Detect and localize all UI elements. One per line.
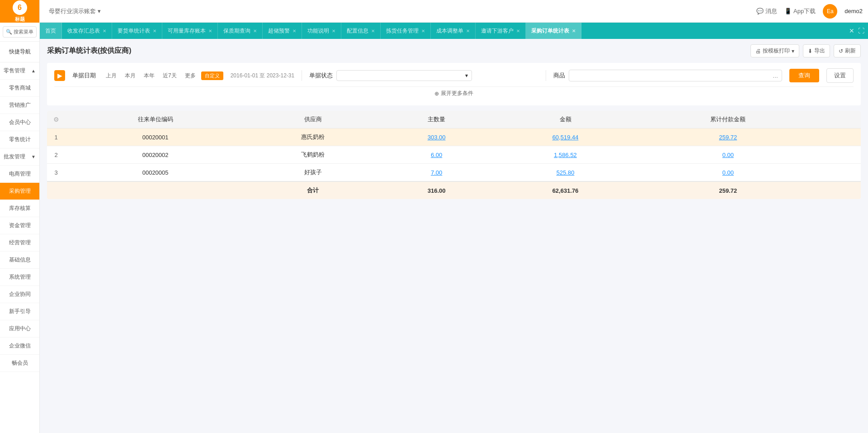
sidebar-item-inventory[interactable]: 库存核算 — [0, 200, 39, 217]
quick-nav-button[interactable]: 快捷导航 — [3, 45, 37, 58]
row-2-amount[interactable]: 1,586.52 — [493, 146, 637, 164]
tab-receive-summary-close[interactable]: ✕ — [103, 29, 106, 33]
filter-toggle-button[interactable]: ▶ — [54, 70, 65, 81]
filter-divider-1 — [302, 70, 302, 81]
date-shortcut-more[interactable]: 更多 — [182, 71, 198, 81]
tab-receive-summary[interactable]: 收发存汇总表 ✕ — [62, 23, 112, 39]
date-range-text: 2016-01-01 至 2023-12-31 — [231, 72, 294, 80]
expand-more-button[interactable]: ⊕ 展开更多条件 — [54, 86, 854, 100]
sidebar-item-purchase[interactable]: 采购管理 — [0, 183, 39, 200]
tab-close-all-button[interactable]: ✕ — [849, 27, 854, 34]
row-2-num: 2 — [47, 146, 65, 164]
settings-button[interactable]: 设置 — [826, 68, 854, 83]
sidebar-item-retail-shop[interactable]: 零售商城 — [0, 80, 39, 97]
account-dropdown[interactable]: 母婴行业演示账套 ▾ — [45, 5, 104, 17]
footer-paid: 259.72 — [638, 181, 818, 199]
tab-expiry-query-label: 保质期查询 — [223, 27, 250, 35]
sidebar-item-wechat[interactable]: 企业微信 — [0, 338, 39, 355]
sidebar-item-marketing[interactable]: 营销推广 — [0, 97, 39, 114]
tab-picking-task-close[interactable]: ✕ — [421, 29, 425, 33]
sidebar-item-finance[interactable]: 资金管理 — [0, 217, 39, 234]
row-2-qty[interactable]: 6.00 — [380, 146, 493, 164]
sidebar-item-retail[interactable]: 零售管理 ▲ — [0, 62, 39, 80]
custom-date-badge[interactable]: 自定义 — [201, 71, 223, 80]
tab-overstock-alert-close[interactable]: ✕ — [292, 29, 296, 33]
row-1-qty[interactable]: 303.00 — [380, 128, 493, 146]
date-from: 2016-01-01 — [231, 72, 258, 79]
date-shortcut-this-month[interactable]: 本月 — [122, 71, 138, 81]
expand-icon: ⊕ — [434, 90, 439, 97]
tab-purchase-order-stat-label: 采购订单统计表 — [531, 27, 569, 35]
tab-order-summary[interactable]: 要货单统计表 ✕ — [112, 23, 162, 39]
table-header-extra — [818, 111, 861, 128]
tab-feature-desc[interactable]: 功能说明 ✕ — [302, 23, 341, 39]
row-1-paid[interactable]: 259.72 — [638, 128, 818, 146]
tab-order-summary-close[interactable]: ✕ — [153, 29, 156, 33]
row-2-paid[interactable]: 0.00 — [638, 146, 818, 164]
tab-picking-task[interactable]: 拣货任务管理 ✕ — [381, 23, 431, 39]
tab-expiry-query-close[interactable]: ✕ — [253, 29, 257, 33]
user-avatar[interactable]: Ea — [823, 4, 837, 19]
message-label: 消息 — [765, 7, 777, 15]
sidebar-item-ops[interactable]: 经营管理 — [0, 234, 39, 252]
sidebar-item-ecommerce[interactable]: 电商管理 — [0, 166, 39, 183]
tab-expiry-query[interactable]: 保质期查询 ✕ — [218, 23, 263, 39]
date-shortcuts: 上月 本月 本年 近7天 更多 自定义 — [103, 71, 223, 81]
sidebar-item-appstore[interactable]: 应用中心 — [0, 320, 39, 338]
tab-config-info[interactable]: 配置信息 ✕ — [341, 23, 381, 39]
row-1-extra — [818, 128, 861, 146]
table-row[interactable]: 2 00020002 飞鹤奶粉 6.00 1,586.52 0.00 — [47, 146, 861, 164]
tab-home[interactable]: 首页 — [40, 23, 62, 39]
date-shortcut-this-year[interactable]: 本年 — [141, 71, 157, 81]
tab-feature-desc-close[interactable]: ✕ — [332, 29, 335, 33]
app-download-button[interactable]: 📱 App下载 — [784, 7, 816, 15]
query-button[interactable]: 查询 — [789, 69, 819, 82]
row-2-extra — [818, 146, 861, 164]
tab-invite-downstream-label: 邀请下游客户 — [481, 27, 514, 35]
date-shortcut-7days[interactable]: 近7天 — [160, 71, 179, 81]
row-2-supplier: 飞鹤奶粉 — [245, 146, 380, 164]
filter-divider-2 — [546, 70, 546, 81]
tab-cost-adjust[interactable]: 成本调整单 ✕ — [431, 23, 476, 39]
row-3-extra — [818, 164, 861, 182]
row-3-code: 00020005 — [65, 164, 245, 182]
column-settings-icon[interactable]: ⚙ — [53, 116, 59, 123]
export-button[interactable]: ⬇ 导出 — [803, 44, 830, 57]
tab-purchase-order-stat[interactable]: 采购订单统计表 ✕ — [526, 23, 581, 39]
search-menu-button[interactable]: 🔍 搜索菜单 — [3, 26, 37, 38]
tab-available-stock-close[interactable]: ✕ — [208, 29, 212, 33]
message-button[interactable]: 💬 消息 — [756, 7, 777, 15]
sidebar-item-member[interactable]: 会员中心 — [0, 114, 39, 131]
tab-purchase-order-stat-close[interactable]: ✕ — [572, 29, 576, 33]
sidebar-item-basic[interactable]: 基础信息 — [0, 252, 39, 269]
tab-overstock-alert[interactable]: 超储预警 ✕ — [263, 23, 302, 39]
status-filter-select[interactable]: ▾ — [336, 70, 472, 81]
table-row[interactable]: 1 00020001 惠氏奶粉 303.00 60,519.44 259.72 — [47, 128, 861, 146]
print-button[interactable]: 🖨 按模板打印 ▾ — [750, 44, 799, 57]
sidebar-item-system[interactable]: 系统管理 — [0, 269, 39, 286]
table-header-supplier: 供应商 — [245, 111, 380, 128]
row-2-code: 00020002 — [65, 146, 245, 164]
sidebar-item-vip[interactable]: 畅会员 — [0, 355, 39, 372]
tab-picking-task-label: 拣货任务管理 — [386, 27, 419, 35]
refresh-button[interactable]: ↺ 刷新 — [834, 44, 861, 57]
tab-expand-button[interactable]: ⛶ — [858, 27, 864, 34]
row-3-amount[interactable]: 525.80 — [493, 164, 637, 182]
row-1-amount[interactable]: 60,519.44 — [493, 128, 637, 146]
date-shortcut-last-month[interactable]: 上月 — [103, 71, 119, 81]
tab-invite-downstream[interactable]: 邀请下游客户 ✕ — [476, 23, 526, 39]
tab-invite-downstream-close[interactable]: ✕ — [516, 29, 520, 33]
tab-config-info-close[interactable]: ✕ — [371, 29, 375, 33]
tab-cost-adjust-close[interactable]: ✕ — [466, 29, 470, 33]
goods-filter-input[interactable]: ... — [569, 70, 782, 81]
sidebar-item-wholesale[interactable]: 批发管理 ▼ — [0, 148, 39, 166]
sidebar-item-guide[interactable]: 新手引导 — [0, 303, 39, 320]
sidebar-item-retail-stat[interactable]: 零售统计 — [0, 131, 39, 148]
tab-available-stock[interactable]: 可用量库存账本 ✕ — [162, 23, 218, 39]
row-3-paid[interactable]: 0.00 — [638, 164, 818, 182]
filter-toggle-icon: ▶ — [57, 72, 62, 79]
sidebar-item-collab[interactable]: 企业协同 — [0, 286, 39, 303]
row-3-qty[interactable]: 7.00 — [380, 164, 493, 182]
tab-available-stock-label: 可用量库存账本 — [168, 27, 206, 35]
table-row[interactable]: 3 00020005 好孩子 7.00 525.80 0.00 — [47, 164, 861, 182]
